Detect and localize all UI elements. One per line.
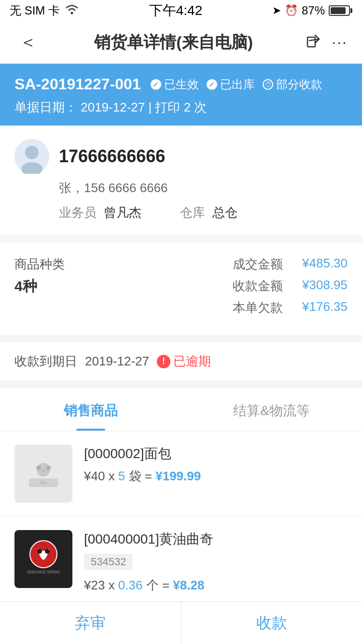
salesperson-value: 曾凡杰 xyxy=(104,205,141,220)
category-label: 商品种类 xyxy=(14,256,65,273)
status-right: ➤ ⏰ 87% xyxy=(272,4,352,17)
deal-amount-label: 成交金额 xyxy=(233,256,283,273)
tab-settlement[interactable]: 结算&物流等 xyxy=(181,388,362,431)
nav-actions: ··· xyxy=(306,32,348,53)
badge-dispatched: ✓ 已出库 xyxy=(207,77,255,92)
deal-amount-value: ¥485.30 xyxy=(302,256,348,273)
svg-point-13 xyxy=(37,549,42,554)
owed-label: 本单欠款 xyxy=(233,299,283,316)
received-value: ¥308.95 xyxy=(302,278,348,294)
product-sku-2: 534532 xyxy=(84,554,133,570)
due-date-value: 2019-12-27 xyxy=(85,354,149,369)
check-icon-2: ✓ xyxy=(207,79,217,90)
product-price-1: ¥40 x 5 袋 = ¥199.99 xyxy=(84,468,348,485)
status-left: 无 SIM 卡 xyxy=(10,3,79,18)
stats-section: 商品种类 4种 成交金额 ¥485.30 收款金额 ¥308.95 本单欠款 ¥… xyxy=(0,242,362,335)
customer-row: 17666666666 xyxy=(14,139,348,174)
deal-amount-row: 成交金额 ¥485.30 xyxy=(233,256,348,273)
owed-row: 本单欠款 ¥176.35 xyxy=(233,299,348,316)
product-info-2: [000400001]黄油曲奇 534532 ¥23 x 0.36 个 = ¥8… xyxy=(84,530,348,594)
overdue-label: 已逾期 xyxy=(173,353,211,370)
customer-id: 17666666666 xyxy=(59,146,165,167)
check-icon-1: ✓ xyxy=(151,79,161,90)
badge-partial-payment: ⏱ 部分收款 xyxy=(263,77,322,92)
svg-rect-1 xyxy=(307,37,315,47)
avatar xyxy=(14,139,49,174)
order-date-line: 单据日期： 2019-12-27 | 打印 2 次 xyxy=(14,99,348,116)
location-icon: ➤ xyxy=(272,4,281,17)
battery-icon xyxy=(329,5,352,16)
badge-activated: ✓ 已生效 xyxy=(151,77,199,92)
due-date-label: 收款到期日 xyxy=(14,353,77,370)
battery-percent: 87% xyxy=(302,4,325,17)
due-date-section: 收款到期日 2019-12-27 ! 已逾期 xyxy=(0,342,362,380)
alarm-icon: ⏰ xyxy=(285,4,298,17)
bottom-bar: 弃审 收款 xyxy=(0,602,362,644)
tabs-section: 销售商品 结算&物流等 xyxy=(0,388,362,431)
list-item: + 鸮+ [0000002]面包 ¥40 x 5 袋 = ¥199.99 xyxy=(0,431,362,517)
tabs-header: 销售商品 结算&物流等 xyxy=(0,388,362,431)
amount-info: 成交金额 ¥485.30 收款金额 ¥308.95 本单欠款 ¥176.35 xyxy=(233,256,348,321)
share-icon[interactable] xyxy=(306,32,322,53)
more-icon[interactable]: ··· xyxy=(332,33,348,51)
svg-point-0 xyxy=(71,12,73,14)
customer-contact: 张，156 6666 6666 xyxy=(14,180,348,196)
overdue-icon: ! xyxy=(157,355,170,368)
warehouse-value: 总仓 xyxy=(212,205,237,220)
products-list: + 鸮+ [0000002]面包 ¥40 x 5 袋 = ¥199.99 xyxy=(0,431,362,608)
collect-payment-button[interactable]: 收款 xyxy=(181,602,362,644)
time-label: 下午4:42 xyxy=(149,1,203,20)
svg-point-14 xyxy=(45,549,50,554)
thumb-placeholder-1: + 鸮+ xyxy=(14,445,72,503)
svg-text:+: + xyxy=(42,468,45,474)
product-name-2: [000400001]黄油曲奇 xyxy=(84,530,348,548)
received-row: 收款金额 ¥308.95 xyxy=(233,278,348,294)
salesperson-field: 业务员 曾凡杰 xyxy=(59,204,141,221)
customer-section: 17666666666 张，156 6666 6666 业务员 曾凡杰 仓库 总… xyxy=(0,126,362,235)
header-card: SA-20191227-001 ✓ 已生效 ✓ 已出库 ⏱ 部分收款 单据日期：… xyxy=(0,64,362,126)
owed-value: ¥176.35 xyxy=(302,299,348,316)
back-button[interactable]: ＜ xyxy=(14,26,42,59)
status-bar: 无 SIM 卡 下午4:42 ➤ ⏰ 87% xyxy=(0,0,362,21)
list-item: diamond wheel [000400001]黄油曲奇 534532 ¥23… xyxy=(0,517,362,608)
product-info-1: [0000002]面包 ¥40 x 5 袋 = ¥199.99 xyxy=(84,445,348,485)
category-info: 商品种类 4种 xyxy=(14,256,65,296)
svg-point-6 xyxy=(36,465,41,470)
nav-bar: ＜ 销货单详情(来自电脑) ··· xyxy=(0,21,362,64)
product-thumb-2: diamond wheel xyxy=(14,530,72,588)
wifi-icon xyxy=(65,4,79,17)
customer-meta: 业务员 曾凡杰 仓库 总仓 xyxy=(14,204,348,221)
product-price-2: ¥23 x 0.36 个 = ¥8.28 xyxy=(84,577,348,594)
received-label: 收款金额 xyxy=(233,278,283,294)
svg-text:diamond wheel: diamond wheel xyxy=(27,569,59,574)
warehouse-field: 仓库 总仓 xyxy=(180,204,237,221)
status-badges: ✓ 已生效 ✓ 已出库 ⏱ 部分收款 xyxy=(151,77,322,92)
page-title: 销货单详情(来自电脑) xyxy=(94,31,253,54)
cancel-review-button[interactable]: 弃审 xyxy=(0,602,181,644)
order-id: SA-20191227-001 xyxy=(14,75,141,93)
svg-point-7 xyxy=(46,465,51,470)
overdue-badge: ! 已逾期 xyxy=(157,353,211,370)
clock-icon: ⏱ xyxy=(263,79,273,90)
product-name-1: [0000002]面包 xyxy=(84,445,348,463)
category-count: 4种 xyxy=(14,277,65,296)
svg-text:鸮+: 鸮+ xyxy=(40,480,47,486)
product-thumb-1: + 鸮+ xyxy=(14,445,72,503)
tab-products[interactable]: 销售商品 xyxy=(0,388,181,431)
svg-point-3 xyxy=(25,146,39,159)
carrier-label: 无 SIM 卡 xyxy=(10,3,60,18)
